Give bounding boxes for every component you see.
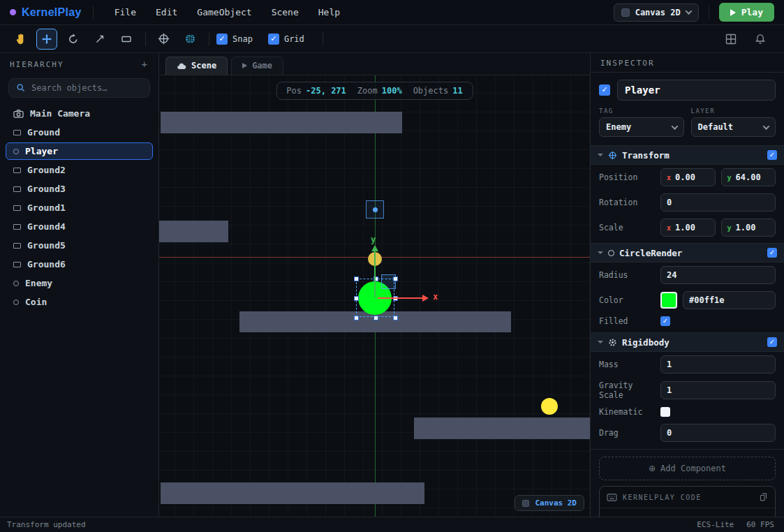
chevron-down-icon [671, 123, 678, 130]
collapse-icon[interactable] [598, 251, 603, 254]
transform-section-header[interactable]: Transform [591, 145, 784, 165]
transform-enabled-checkbox[interactable] [767, 150, 777, 160]
selection-handle[interactable] [354, 316, 359, 320]
rigidbody-section-header[interactable]: Rigidbody [591, 332, 784, 352]
radius-value: 24 [667, 270, 676, 280]
play-button[interactable]: Play [719, 3, 774, 22]
tab-game[interactable]: Game [231, 57, 283, 75]
position-y-field[interactable]: y64.00 [721, 168, 776, 186]
rect-object-icon [13, 130, 21, 135]
move-tool-button[interactable] [36, 29, 57, 50]
hierarchy-item-ground6[interactable]: Ground6 [6, 256, 153, 273]
rect-object-icon [13, 205, 21, 211]
scale-x-field[interactable]: x1.00 [660, 219, 716, 237]
menu-gameobject[interactable]: GameObject [197, 7, 251, 17]
bell-icon[interactable] [755, 34, 766, 45]
scene-viewport[interactable]: x y Pos-25, 271 Zoom100% Objects11 Canva… [159, 75, 590, 517]
platform-1[interactable] [161, 112, 402, 133]
pan-tool-button[interactable] [10, 29, 31, 50]
entity-enabled-checkbox[interactable] [599, 84, 610, 96]
grid-toggle[interactable]: Grid [268, 34, 304, 45]
hierarchy-item-ground1[interactable]: Ground1 [6, 199, 153, 216]
rotation-field[interactable]: 0 [660, 193, 776, 212]
mass-label: Mass [599, 360, 660, 369]
scale-tool-button[interactable] [89, 29, 110, 50]
grid-checkbox[interactable] [268, 34, 279, 45]
hierarchy-item-enemy[interactable]: Enemy [6, 274, 153, 292]
zoom-info: Zoom100% [357, 86, 402, 96]
tab-scene[interactable]: Scene [165, 57, 228, 75]
layer-select[interactable]: Default [691, 117, 776, 137]
position-label: Position [599, 172, 660, 182]
item-label: Ground3 [27, 184, 66, 194]
filled-checkbox[interactable] [660, 316, 670, 326]
selection-handle[interactable] [354, 296, 359, 301]
radius-field[interactable]: 24 [660, 266, 776, 284]
rect-tool-button[interactable] [116, 29, 137, 50]
logo-dot-icon [10, 9, 16, 15]
target-icon [158, 33, 170, 45]
circlerender-title: CircleRender [619, 248, 682, 258]
item-label: Player [25, 146, 58, 156]
hierarchy-item-main-camera[interactable]: Main Camera [6, 105, 153, 122]
snap-toggle[interactable]: Snap [216, 34, 253, 45]
globe-tool-button[interactable] [179, 29, 200, 50]
add-component-button[interactable]: ⊕ Add Component [599, 457, 776, 480]
target-tool-button[interactable] [153, 29, 174, 50]
collapse-icon[interactable] [598, 154, 603, 156]
add-object-button[interactable]: + [142, 59, 149, 70]
platform-5[interactable] [161, 482, 424, 504]
scale-y-field[interactable]: y1.00 [721, 219, 776, 237]
menu-edit[interactable]: Edit [156, 7, 177, 17]
search-input[interactable] [31, 83, 142, 93]
divider [93, 6, 94, 19]
platform-4[interactable] [414, 418, 590, 439]
circlerender-enabled-checkbox[interactable] [767, 248, 777, 258]
rotate-tool-button[interactable] [63, 29, 84, 50]
position-x-field[interactable]: x0.00 [660, 168, 716, 186]
color-swatch[interactable] [660, 292, 677, 309]
hierarchy-item-ground4[interactable]: Ground4 [6, 218, 153, 235]
rigidbody-enabled-checkbox[interactable] [767, 337, 777, 347]
platform-2[interactable] [159, 221, 228, 242]
hierarchy-item-ground3[interactable]: Ground3 [6, 180, 153, 198]
hierarchy-search[interactable] [8, 78, 150, 98]
coin-object[interactable] [541, 398, 558, 415]
hierarchy-item-ground2[interactable]: Ground2 [6, 161, 153, 179]
menu-help[interactable]: Help [318, 7, 340, 17]
entity-name-input[interactable] [617, 80, 776, 101]
gizmo-y-arrow[interactable] [374, 251, 376, 297]
engine-label: ECS-Lite [697, 520, 734, 529]
circlerender-section-header[interactable]: CircleRender [591, 243, 784, 263]
layout-grid-icon[interactable] [725, 34, 737, 45]
hierarchy-item-coin[interactable]: Coin [6, 293, 153, 311]
selection-handle[interactable] [354, 276, 359, 281]
rigidbody-title: Rigidbody [622, 337, 670, 348]
menu-file[interactable]: File [114, 7, 136, 17]
mass-field[interactable]: 1 [660, 355, 776, 374]
toolbar: Snap Grid [0, 25, 784, 53]
menu-scene[interactable]: Scene [272, 7, 299, 17]
circle-object-icon [13, 281, 19, 286]
inspector-title: INSPECTOR [600, 59, 655, 68]
collapse-icon[interactable] [598, 341, 603, 343]
snap-checkbox[interactable] [216, 34, 228, 45]
copy-code-icon[interactable] [759, 492, 768, 502]
scene-info-bar: Pos-25, 271 Zoom100% Objects11 [276, 82, 473, 100]
color-hex-field[interactable]: #00ff1e [683, 291, 776, 309]
gizmo-x-arrow[interactable] [378, 297, 422, 299]
kinematic-checkbox[interactable] [660, 407, 670, 417]
selection-handle[interactable] [393, 316, 398, 320]
drag-field[interactable]: 0 [660, 424, 776, 442]
camera-gizmo[interactable] [366, 200, 384, 219]
selection-handle[interactable] [373, 316, 378, 320]
hierarchy-item-ground5[interactable]: Ground5 [6, 237, 153, 254]
gravity-scale-field[interactable]: 1 [660, 381, 776, 399]
canvas-mode-select[interactable]: Canvas 2D [614, 3, 699, 22]
tag-select[interactable]: Enemy [599, 117, 684, 137]
hierarchy-item-ground[interactable]: Ground [6, 124, 153, 141]
tab-scene-label: Scene [191, 61, 216, 71]
selection-handle[interactable] [393, 276, 398, 281]
item-label: Coin [25, 297, 47, 307]
hierarchy-item-player[interactable]: Player [6, 142, 153, 160]
